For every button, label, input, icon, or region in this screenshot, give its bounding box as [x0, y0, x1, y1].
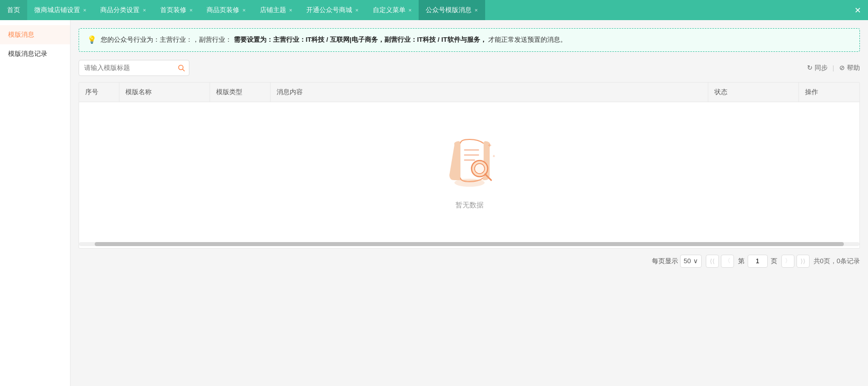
main-layout: 模版消息 模版消息记录 💡 您的公众号行业为：主营行业：，副营行业： 需要设置为… [0, 20, 868, 386]
col-index: 序号 [79, 83, 119, 102]
svg-line-1 [183, 69, 185, 71]
close-tab-product-category[interactable]: × [143, 7, 146, 13]
sync-button[interactable]: ↻ 同步 [807, 63, 828, 72]
close-tab-open-wechat[interactable]: × [355, 7, 358, 13]
notice-text: 您的公众号行业为：主营行业：，副营行业： 需要设置为：主营行业：IT科技 / 互… [101, 35, 567, 45]
notice-box: 💡 您的公众号行业为：主营行业：，副营行业： 需要设置为：主营行业：IT科技 /… [79, 28, 860, 52]
per-page-selector: 每页显示 50 ∨ [652, 255, 701, 268]
page-number-input[interactable] [748, 255, 768, 268]
top-nav: 首页 微商城店铺设置 × 商品分类设置 × 首页装修 × 商品页装修 × 店铺主… [0, 0, 868, 20]
help-icon: ⊘ [839, 64, 845, 71]
close-tab-template-msg[interactable]: × [475, 7, 478, 13]
svg-text:✦: ✦ [487, 142, 492, 149]
sidebar: 模版消息 模版消息记录 [0, 20, 71, 386]
close-tab-home-decor[interactable]: × [189, 7, 192, 13]
svg-point-7 [475, 164, 485, 174]
empty-state: ✦ ✦ 暂无数据 [79, 102, 859, 240]
col-actions: 操作 [799, 83, 859, 102]
close-tab-shop-theme[interactable]: × [289, 7, 292, 13]
search-right-actions: ↻ 同步 | ⊘ 帮助 [807, 63, 860, 72]
prev-page-button[interactable]: 〈 [721, 255, 734, 268]
close-tab-product-decor[interactable]: × [242, 7, 245, 13]
tab-product-decor[interactable]: 商品页装修 × [199, 0, 252, 20]
tab-template-msg[interactable]: 公众号模版消息 × [419, 0, 485, 20]
empty-illustration: ✦ ✦ [439, 132, 500, 193]
per-page-select[interactable]: 50 ∨ [680, 255, 701, 268]
page-input-group: 第 页 [738, 255, 777, 268]
scrollbar-thumb[interactable] [95, 242, 844, 246]
help-button[interactable]: ⊘ 帮助 [839, 63, 860, 72]
col-content: 消息内容 [271, 83, 708, 102]
notice-icon: 💡 [87, 35, 97, 44]
pagination: 每页显示 50 ∨ ⟨⟨ 〈 第 页 〉 ⟩⟩ 共0页，0条记录 [79, 249, 860, 270]
empty-text: 暂无数据 [455, 201, 484, 210]
search-input-wrapper [79, 60, 189, 76]
page-navigation: ⟨⟨ 〈 [706, 255, 734, 268]
tab-home[interactable]: 首页 [0, 0, 27, 20]
col-type: 模版类型 [210, 83, 271, 102]
content-area: 💡 您的公众号行业为：主营行业：，副营行业： 需要设置为：主营行业：IT科技 /… [71, 20, 868, 386]
data-table: 序号 模版名称 模版类型 消息内容 状态 操作 [79, 82, 860, 249]
svg-text:✦: ✦ [492, 154, 496, 159]
col-status: 状态 [708, 83, 799, 102]
sync-icon: ↻ [807, 64, 813, 71]
search-bar: ↻ 同步 | ⊘ 帮助 [79, 60, 860, 76]
table-header: 序号 模版名称 模版类型 消息内容 状态 操作 [79, 83, 859, 102]
tab-product-category[interactable]: 商品分类设置 × [93, 0, 153, 20]
tab-micro-shop[interactable]: 微商城店铺设置 × [27, 0, 93, 20]
horizontal-scrollbar[interactable] [79, 242, 859, 246]
col-name: 模版名称 [119, 83, 210, 102]
first-page-button[interactable]: ⟨⟨ [706, 255, 719, 268]
search-button[interactable] [174, 60, 189, 76]
search-input[interactable] [79, 64, 174, 71]
divider: | [833, 64, 834, 71]
close-tab-custom-menu[interactable]: × [409, 7, 412, 13]
total-info: 共0页，0条记录 [814, 257, 860, 266]
tab-shop-theme[interactable]: 店铺主题 × [253, 0, 299, 20]
per-page-dropdown-icon: ∨ [693, 257, 698, 265]
sidebar-item-template-msg-record[interactable]: 模版消息记录 [0, 44, 70, 63]
sidebar-item-template-msg[interactable]: 模版消息 [0, 25, 70, 44]
last-page-button[interactable]: ⟩⟩ [796, 255, 810, 268]
page-next-nav: 〉 ⟩⟩ [781, 255, 810, 268]
next-page-button[interactable]: 〉 [781, 255, 794, 268]
tab-home-decor[interactable]: 首页装修 × [153, 0, 199, 20]
close-all-tabs-button[interactable]: ✕ [847, 0, 868, 20]
tab-open-wechat[interactable]: 开通公众号商城 × [299, 0, 365, 20]
close-tab-micro-shop[interactable]: × [83, 7, 86, 13]
tab-custom-menu[interactable]: 自定义菜单 × [366, 0, 419, 20]
